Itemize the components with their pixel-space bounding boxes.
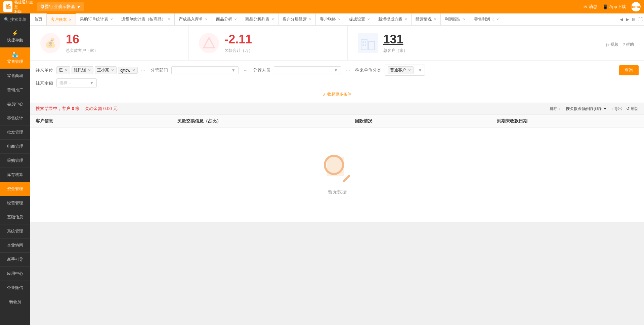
stat-value-total[interactable]: 131	[383, 32, 407, 46]
store-selector[interactable]: 母婴行业演示帐套 ▼	[37, 2, 84, 11]
filter-tag-wang[interactable]: 王小亮 ✕	[95, 66, 117, 74]
tab-close-customer-contact[interactable]: ✕	[338, 17, 341, 21]
tab-new-achievements[interactable]: 新增提成方案 ✕	[374, 13, 412, 26]
stat-label-debt: 欠款合计（万）	[224, 48, 253, 53]
stat-text-debt: -2.11 欠款合计（万）	[224, 32, 253, 53]
sidebar-item-purchase[interactable]: 采购管理	[0, 154, 30, 168]
svg-rect-6	[362, 44, 364, 46]
sidebar-item-system[interactable]: 系统管理	[0, 224, 30, 239]
unit-type-tag-close[interactable]: ✕	[408, 68, 411, 73]
video-help: ▷ 视频 ? 帮助	[606, 38, 634, 47]
tab-close-customer-tier[interactable]: ✕	[309, 17, 311, 21]
retail-icon: 🏪	[2, 51, 28, 58]
filter-tag-wu[interactable]: 伍 ✕	[56, 66, 70, 74]
tab-close-inbound-single[interactable]: ✕	[205, 17, 208, 21]
tag-close-wang[interactable]: ✕	[111, 68, 114, 73]
sidebar-item-operations[interactable]: 经营管理	[0, 196, 30, 210]
tab-goods-analysis[interactable]: 商品分析 ✕	[212, 13, 241, 26]
tab-close-goods-analysis-list[interactable]: ✕	[271, 17, 274, 21]
collapse-btn[interactable]: ∧ 收起更多条件	[36, 90, 639, 99]
unit-type-tag: 普通客户 ✕	[388, 66, 414, 74]
logo-icon: 畅	[3, 1, 12, 12]
svg-text:!: !	[208, 41, 210, 47]
sidebar-item-vip[interactable]: 畅会员	[0, 295, 30, 309]
tab-nav-menu[interactable]: ⊟	[631, 17, 637, 22]
filter-tag-chen[interactable]: 陈民强 ✕	[72, 66, 93, 74]
tab-purchase-orders[interactable]: 采购订单统计表 ✕	[76, 13, 117, 26]
tab-close-customers[interactable]: ✕	[69, 18, 72, 22]
sort-select[interactable]: 按欠款金额倒序排序 ▼	[566, 106, 607, 112]
stat-label-total: 总客户（家）	[383, 48, 407, 53]
tab-customer-contact[interactable]: 客户联络 ✕	[316, 13, 345, 26]
tab-nav-prev[interactable]: ◀	[618, 17, 625, 22]
empty-illustration	[320, 155, 354, 185]
tab-bar: 首页 客户账本 ✕ 采购订单统计表 ✕ 进货单统计表（按商品） ✕	[30, 13, 644, 26]
tab-close-operation-status[interactable]: ✕	[434, 17, 436, 21]
sidebar-item-enterprise[interactable]: 企业协同	[0, 239, 30, 253]
svg-rect-2	[361, 40, 367, 50]
filter-tag-cjttcw[interactable]: cjttcw ✕	[118, 67, 138, 74]
unit-type-select[interactable]: 普通客户 ✕ ▼	[385, 65, 425, 76]
export-btn[interactable]: ↑ 导出	[611, 106, 622, 112]
sidebar-item-wechat[interactable]: 企业微信	[0, 281, 30, 295]
tab-profit-report[interactable]: 利润报告 ✕	[441, 13, 470, 26]
sidebar-item-newbie[interactable]: 新手引导	[0, 253, 30, 267]
tab-inbound-stats[interactable]: 进货单统计表（按商品） ✕	[117, 13, 175, 26]
tab-fullscreen[interactable]: ⛶	[637, 17, 644, 22]
sidebar-item-member[interactable]: 会员中心	[0, 97, 30, 111]
tab-close-profit-report[interactable]: ✕	[463, 17, 466, 21]
sidebar-item-marketing[interactable]: 营销推广	[0, 83, 30, 97]
tab-close-prompt-settings[interactable]: ✕	[367, 17, 370, 21]
person-filter-dots[interactable]: ···	[344, 67, 352, 73]
user-menu[interactable]: demo2	[631, 2, 641, 11]
tab-nav-next[interactable]: ▶	[625, 17, 631, 22]
dept-filter-dots[interactable]: ···	[242, 67, 250, 73]
tab-home[interactable]: 首页	[30, 13, 47, 26]
sidebar-item-retail-stat[interactable]: 零售统计	[0, 111, 30, 125]
tab-close-retail-profit[interactable]: ✕	[496, 17, 499, 21]
tab-close-inbound-stats[interactable]: ✕	[168, 17, 170, 21]
query-button[interactable]: 查询	[619, 65, 639, 75]
tab-customers[interactable]: 客户账本 ✕	[47, 13, 76, 26]
sidebar-item-batch[interactable]: 批发管理	[0, 125, 30, 140]
balance-select[interactable]: 选择... ▼	[56, 78, 97, 87]
filter-row-1: 往来单位 伍 ✕ 陈民强 ✕	[36, 65, 639, 76]
refresh-btn[interactable]: ↺ 刷新	[626, 106, 639, 112]
building-svg-icon	[359, 35, 376, 51]
filter-area: 往来单位 伍 ✕ 陈民强 ✕	[30, 61, 644, 103]
tab-close-goods-analysis[interactable]: ✕	[234, 17, 237, 21]
sidebar-item-ecommerce[interactable]: 电商管理	[0, 140, 30, 154]
svg-rect-5	[365, 41, 366, 43]
sidebar-item-finance[interactable]: 资金管理	[0, 182, 30, 196]
message-btn[interactable]: ✉ 消息	[584, 4, 597, 10]
video-btn[interactable]: ▷ 视频	[606, 42, 618, 47]
dept-select[interactable]: ▼	[171, 66, 239, 74]
app-download-btn[interactable]: 📱 App下载	[603, 4, 626, 10]
more-tags-btn[interactable]: ···	[139, 67, 147, 74]
tab-operation-status[interactable]: 经营情况 ✕	[412, 13, 441, 26]
search-icon: 🔍	[4, 17, 9, 22]
top-bar: 畅 畅捷通好生意 标版 母婴行业演示帐套 ▼ ✉ 消息 📱 App下载 demo…	[0, 0, 644, 13]
tab-retail-profit[interactable]: 零售利润（ ✕	[470, 13, 503, 26]
tab-customer-tier[interactable]: 客户分层经营 ✕	[278, 13, 316, 26]
tab-prompt-settings[interactable]: 提成设置 ✕	[345, 13, 374, 26]
sidebar-item-quick[interactable]: ⚡ 快捷导航	[0, 26, 30, 47]
sidebar-item-search[interactable]: 🔍 搜索菜单	[0, 13, 30, 26]
sidebar-item-app-center[interactable]: 应用中心	[0, 267, 30, 281]
person-select[interactable]: ▼	[274, 66, 341, 74]
tag-close-cjttcw[interactable]: ✕	[132, 68, 135, 73]
tab-inbound-single[interactable]: 产成品入库单 ✕	[175, 13, 212, 26]
tab-close-new-achievements[interactable]: ✕	[404, 17, 407, 21]
sidebar-item-basic[interactable]: 基础信息	[0, 210, 30, 224]
tab-goods-analysis-list[interactable]: 商品分析列表 ✕	[241, 13, 278, 26]
balance-arrow: ▼	[90, 81, 94, 85]
sidebar-item-retail[interactable]: 🏪 零售管理	[0, 47, 30, 69]
sidebar-item-inventory[interactable]: 库存核算	[0, 168, 30, 182]
tag-close-chen[interactable]: ✕	[88, 68, 91, 73]
tab-close-purchase-orders[interactable]: ✕	[110, 17, 113, 21]
help-btn[interactable]: ? 帮助	[622, 42, 634, 47]
svg-rect-3	[369, 41, 375, 50]
tag-close-wu[interactable]: ✕	[65, 68, 68, 73]
stat-label-customers: 总欠款客户（家）	[66, 48, 98, 53]
sidebar-item-retail-mall[interactable]: 零售商城	[0, 69, 30, 83]
